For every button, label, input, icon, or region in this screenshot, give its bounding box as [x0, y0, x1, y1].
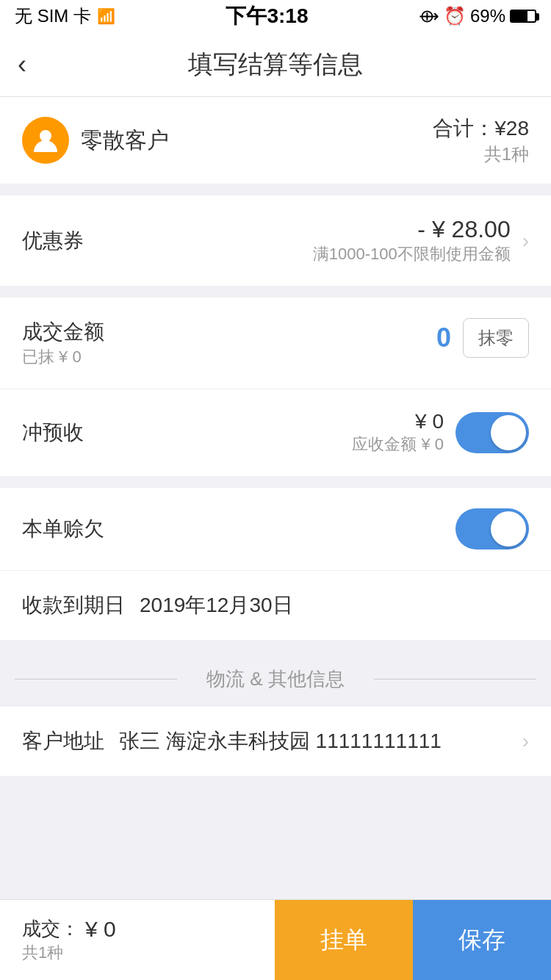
prepay-amounts: ¥ 0 应收金额 ¥ 0	[352, 410, 444, 455]
save-button[interactable]: 保存	[413, 900, 551, 981]
coupon-label: 优惠券	[22, 227, 84, 255]
address-chevron-icon: ›	[522, 729, 529, 753]
battery-icon	[510, 10, 536, 23]
chevron-right-icon: ›	[522, 229, 529, 253]
transaction-right: 0 抹零	[436, 318, 529, 358]
nav-bar: ‹ 填写结算等信息	[0, 32, 551, 97]
coupon-value-block: - ¥ 28.00 满1000-100不限制使用金额	[313, 216, 511, 265]
bottom-bar: 成交： ¥ 0 共1种 挂单 保存	[0, 899, 551, 980]
page-title: 填写结算等信息	[188, 48, 363, 82]
status-right: ⟴ ⏰ 69%	[419, 6, 536, 26]
svg-point-0	[40, 130, 51, 142]
bottom-deal: 成交： ¥ 0	[22, 916, 253, 942]
coupon-section: 优惠券 - ¥ 28.00 满1000-100不限制使用金额 ›	[0, 195, 551, 286]
address-value: 张三 海淀永丰科技园 11111111111	[119, 727, 522, 755]
deal-count: 共1种	[22, 942, 253, 964]
hangup-button[interactable]: 挂单	[275, 900, 413, 981]
status-left: 无 SIM 卡 📶	[15, 4, 115, 28]
customer-name: 零散客户	[81, 126, 169, 156]
debt-toggle[interactable]	[455, 508, 529, 550]
content: 零散客户 合计：¥28 共1种 优惠券 - ¥ 28.00 满1000-100不…	[0, 97, 551, 864]
back-button[interactable]: ‹	[18, 49, 26, 80]
avatar	[22, 117, 69, 164]
due-date-label: 收款到期日	[22, 591, 125, 619]
prepay-label: 冲预收	[22, 419, 84, 447]
debt-row: 本单赊欠	[0, 488, 551, 570]
transaction-label-block: 成交金额 已抹 ¥ 0	[22, 318, 104, 368]
location-icon: ⟴	[419, 6, 439, 26]
transaction-label: 成交金额	[22, 320, 104, 343]
status-time: 下午3:18	[226, 2, 308, 30]
logistics-label: 物流 & 其他信息	[206, 666, 345, 692]
status-bar: 无 SIM 卡 📶 下午3:18 ⟴ ⏰ 69%	[0, 0, 551, 32]
logistics-divider: 物流 & 其他信息	[0, 652, 551, 707]
coupon-hint: 满1000-100不限制使用金额	[313, 243, 511, 265]
total-count: 共1种	[433, 143, 529, 166]
coupon-right: - ¥ 28.00 满1000-100不限制使用金额 ›	[313, 216, 529, 265]
deal-label: 成交：	[22, 916, 79, 942]
address-section: 客户地址 张三 海淀永丰科技园 11111111111 ›	[0, 707, 551, 776]
total-amount: 合计：¥28	[433, 115, 529, 143]
transaction-rounded: 已抹 ¥ 0	[22, 346, 104, 368]
avatar-icon	[31, 126, 60, 155]
prepay-right: ¥ 0 应收金额 ¥ 0	[352, 410, 529, 455]
due-date-row: 收款到期日 2019年12月30日	[0, 570, 551, 640]
prepay-main-amount: ¥ 0	[352, 410, 444, 433]
due-date-value: 2019年12月30日	[140, 591, 293, 619]
battery-percent: 69%	[470, 6, 505, 26]
customer-left: 零散客户	[22, 117, 169, 164]
coupon-value: - ¥ 28.00	[313, 216, 511, 243]
address-label: 客户地址	[22, 727, 104, 755]
alarm-icon: ⏰	[444, 6, 466, 26]
round-button[interactable]: 抹零	[463, 318, 529, 358]
divider-line-left	[15, 679, 177, 680]
debt-label: 本单赊欠	[22, 515, 104, 543]
debt-section: 本单赊欠 收款到期日 2019年12月30日	[0, 488, 551, 640]
prepay-toggle[interactable]	[455, 412, 529, 453]
prepay-row: 冲预收 ¥ 0 应收金额 ¥ 0	[0, 389, 551, 476]
customer-section: 零散客户 合计：¥28 共1种	[0, 97, 551, 184]
customer-row: 零散客户 合计：¥28 共1种	[0, 97, 551, 184]
divider-line-right	[374, 679, 536, 680]
transaction-section: 成交金额 已抹 ¥ 0 0 抹零 冲预收 ¥ 0 应收金额 ¥ 0	[0, 298, 551, 476]
prepay-sub-amount: 应收金额 ¥ 0	[352, 433, 444, 455]
address-row[interactable]: 客户地址 张三 海淀永丰科技园 11111111111 ›	[0, 707, 551, 776]
wifi-icon: 📶	[97, 7, 115, 25]
deal-amount: ¥ 0	[85, 917, 116, 942]
sim-status: 无 SIM 卡	[15, 4, 91, 28]
transaction-row: 成交金额 已抹 ¥ 0 0 抹零	[0, 298, 551, 389]
bottom-info: 成交： ¥ 0 共1种	[0, 916, 275, 964]
transaction-amount: 0	[436, 323, 451, 353]
coupon-row[interactable]: 优惠券 - ¥ 28.00 满1000-100不限制使用金额 ›	[0, 195, 551, 286]
customer-total: 合计：¥28 共1种	[433, 115, 529, 166]
